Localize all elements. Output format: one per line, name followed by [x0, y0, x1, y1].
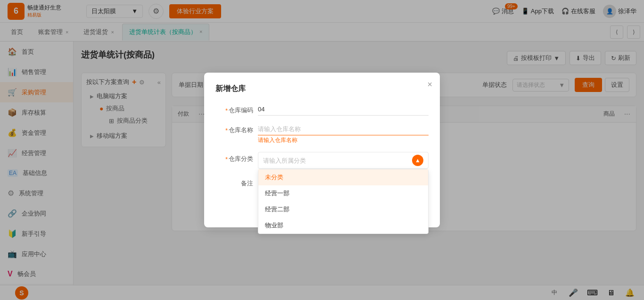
- warehouse-category-row: * 仓库分类 ▲ 未分类 经营一部 经营二部 物业部: [215, 152, 429, 169]
- dropdown-item-unclassified[interactable]: 未分类: [258, 169, 428, 185]
- warehouse-name-label: * 仓库名称: [215, 123, 253, 134]
- category-input[interactable]: [263, 157, 412, 164]
- warehouse-name-row: * 仓库名称 请输入仓库名称: [215, 123, 429, 144]
- warehouse-category-label: * 仓库分类: [215, 152, 253, 163]
- category-toggle-button[interactable]: ▲: [412, 155, 423, 166]
- category-dropdown: 未分类 经营一部 经营二部 物业部: [258, 169, 429, 234]
- dropdown-item-dept3[interactable]: 物业部: [258, 217, 428, 233]
- dropdown-item-dept1[interactable]: 经营一部: [258, 185, 428, 201]
- dialog-close-button[interactable]: ×: [427, 80, 432, 89]
- warehouse-code-row: * 仓库编码: [215, 103, 429, 116]
- add-warehouse-dialog: 新增仓库 × * 仓库编码 * 仓库名称 请输入仓库名称 * 仓: [204, 73, 440, 227]
- warehouse-name-error: 请输入仓库名称: [258, 136, 429, 144]
- notes-label: 备注: [215, 176, 253, 188]
- dropdown-item-dept2[interactable]: 经营二部: [258, 201, 428, 217]
- category-input-wrap: ▲: [258, 152, 429, 169]
- category-field: ▲ 未分类 经营一部 经营二部 物业部: [258, 152, 429, 169]
- warehouse-name-input[interactable]: [258, 123, 429, 135]
- dialog-title: 新增仓库: [215, 84, 429, 94]
- modal-overlay: 新增仓库 × * 仓库编码 * 仓库名称 请输入仓库名称 * 仓: [0, 0, 644, 300]
- warehouse-code-input[interactable]: [258, 103, 429, 116]
- warehouse-code-label: * 仓库编码: [215, 103, 253, 115]
